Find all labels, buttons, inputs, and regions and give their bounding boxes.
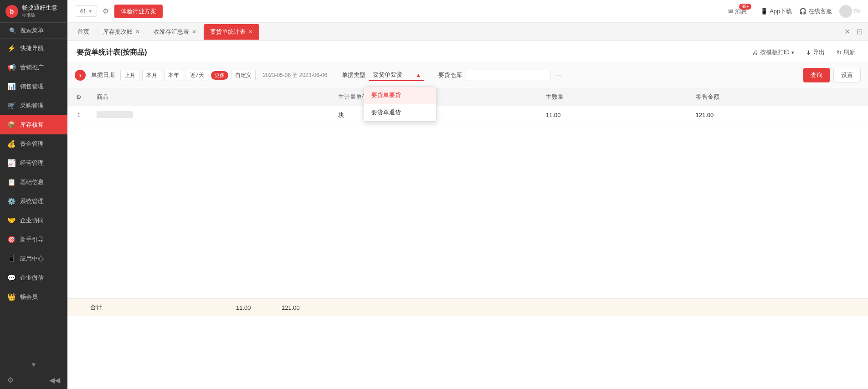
system-icon: ⚙️ xyxy=(7,197,15,205)
app-name: 畅捷通好生意 xyxy=(22,4,57,12)
nav-label: 系统管理 xyxy=(20,197,44,205)
nav-label: 快捷导航 xyxy=(20,44,44,52)
settings-button[interactable]: 设置 xyxy=(833,68,861,82)
sidebar-item-sales[interactable]: 📊 销售管理 xyxy=(0,77,67,96)
sidebar-item-basic[interactable]: 📋 基础信息 xyxy=(0,173,67,192)
sidebar-item-weixin[interactable]: 💬 企业微信 xyxy=(0,268,67,287)
table-row: 1 块 11.00 121.00 xyxy=(67,106,868,124)
product-blur xyxy=(97,111,133,118)
page-header: 要货单统计表(按商品) 🖨 按模板打印 ▾ ⬇ 导出 ↻ 刷新 xyxy=(67,41,868,62)
sidebar-item-operations[interactable]: 📈 经营管理 xyxy=(0,154,67,173)
last-7days-button[interactable]: 近7天 xyxy=(186,70,208,81)
sidebar-item-quick-nav[interactable]: ⚡ 快捷导航 xyxy=(0,39,67,58)
filter-area: › 单据日期 上月 本月 本年 近7天 更多 自定义 2023-05-06 至 … xyxy=(67,62,868,88)
type-filter-label: 单据类型 xyxy=(342,71,365,79)
tab-home-label: 首页 xyxy=(77,28,89,36)
refresh-button[interactable]: ↻ 刷新 xyxy=(833,46,859,58)
header-settings-icon[interactable]: ⚙ xyxy=(103,7,109,15)
sidebar-item-enterprise[interactable]: 🤝 企业协同 xyxy=(0,211,67,230)
query-button[interactable]: 查询 xyxy=(803,68,830,82)
app-logo: b 畅捷通好生意 标准版 xyxy=(0,0,67,23)
custom-date-button[interactable]: 自定义 xyxy=(231,70,256,81)
cell-product xyxy=(90,106,332,124)
tab-order-summary[interactable]: 要货单统计表 ✕ xyxy=(204,24,259,40)
export-label: 导出 xyxy=(813,48,825,56)
messages-button[interactable]: ✉ 消息 99+ xyxy=(728,7,747,15)
user-avatar[interactable]: Rit xyxy=(839,5,861,18)
type-selected-value: 要货单要货 xyxy=(373,71,402,78)
search-label: 搜索菜单 xyxy=(20,26,44,35)
warehouse-filter-label: 要货仓库 xyxy=(438,71,462,79)
app-center-icon: 📱 xyxy=(7,255,15,263)
footer-total-qty: 11.00 xyxy=(236,304,282,311)
operations-icon: 📈 xyxy=(7,159,15,167)
tab-restore-button[interactable]: ⊡ xyxy=(855,26,864,38)
tab-collect-summary-close[interactable]: ✕ xyxy=(192,29,196,35)
th-retail: 零售金额 xyxy=(689,88,868,106)
tab-inventory-batch-close[interactable]: ✕ xyxy=(135,29,140,35)
quick-nav-icon: ⚡ xyxy=(7,44,15,52)
tab-inventory-batch-label: 库存批次账 xyxy=(103,28,133,36)
chevron-down-icon: ▾ xyxy=(89,8,92,15)
sidebar-nav: ⚡ 快捷导航 📢 营销推广 📊 销售管理 🛒 采购管理 📦 库存核算 💰 资金管… xyxy=(0,39,67,358)
sidebar-item-vip[interactable]: 👑 畅会员 xyxy=(0,287,67,307)
export-button[interactable]: ⬇ 导出 xyxy=(802,46,828,58)
sidebar-scroll-down[interactable]: ▼ xyxy=(0,358,67,371)
sidebar-item-marketing[interactable]: 📢 营销推广 xyxy=(0,58,67,77)
filter-expand-button[interactable]: › xyxy=(75,70,86,81)
collapse-icon[interactable]: ◀◀ xyxy=(49,376,60,384)
tab-order-summary-close[interactable]: ✕ xyxy=(248,29,253,35)
data-table: ⚙ 商品 主计量单位 主数量 零售金额 xyxy=(67,88,868,124)
tab-home[interactable]: 首页 xyxy=(71,24,96,40)
tab-count-value: 41 xyxy=(80,8,86,15)
sidebar-item-system[interactable]: ⚙️ 系统管理 xyxy=(0,192,67,211)
th-settings[interactable]: ⚙ xyxy=(67,88,90,106)
print-button[interactable]: 🖨 按模板打印 ▾ xyxy=(749,46,798,58)
sales-icon: 📊 xyxy=(7,82,15,91)
trial-button[interactable]: 体验行业方案 xyxy=(114,5,163,18)
more-dates-tag[interactable]: 更多 xyxy=(211,71,228,80)
tab-collect-summary[interactable]: 收发存汇总表 ✕ xyxy=(147,24,203,40)
nav-label: 营销推广 xyxy=(20,63,44,72)
online-service-button[interactable]: 🎧 在线客服 xyxy=(799,7,832,15)
tab-count-display[interactable]: 41 ▾ xyxy=(75,5,97,17)
date-range-display: 2023-05-06 至 2023-06-06 xyxy=(263,72,327,79)
nav-label: 采购管理 xyxy=(20,102,44,110)
th-qty: 主数量 xyxy=(539,88,689,106)
tab-inventory-batch[interactable]: 库存批次账 ✕ xyxy=(97,24,146,40)
refresh-icon: ↻ xyxy=(837,49,842,56)
warehouse-more-icon[interactable]: ··· xyxy=(556,71,562,79)
sidebar-search[interactable]: 🔍 搜索菜单 xyxy=(0,23,67,39)
sidebar-item-purchase[interactable]: 🛒 采购管理 xyxy=(0,96,67,115)
last-month-button[interactable]: 上月 xyxy=(120,70,139,81)
column-settings-icon: ⚙ xyxy=(76,94,82,101)
tab-close-all-button[interactable]: ✕ xyxy=(842,26,852,38)
sidebar-item-app-center[interactable]: 📱 应用中心 xyxy=(0,249,67,268)
sidebar-item-guide[interactable]: 🎯 新手引导 xyxy=(0,230,67,249)
type-select-wrapper: 要货单要货 ▲ xyxy=(369,69,424,81)
message-icon: ✉ xyxy=(728,8,733,15)
dropdown-option-return[interactable]: 要货单退货 xyxy=(364,104,436,121)
enterprise-icon: 🤝 xyxy=(7,216,15,225)
print-chevron-icon: ▾ xyxy=(791,50,794,56)
page-actions: 🖨 按模板打印 ▾ ⬇ 导出 ↻ 刷新 xyxy=(749,46,859,58)
dropdown-option-order[interactable]: 要货单要货 xyxy=(364,87,436,104)
type-select-display[interactable]: 要货单要货 xyxy=(369,69,424,81)
app-download-button[interactable]: 📱 App下载 xyxy=(760,7,792,15)
vip-icon: 👑 xyxy=(7,293,15,301)
type-dropdown: 要货单要货 要货单退货 xyxy=(364,86,437,122)
date-filter-label: 单据日期 xyxy=(91,71,115,79)
settings-icon[interactable]: ⚙ xyxy=(7,376,14,384)
nav-label: 企业协同 xyxy=(20,216,44,225)
headset-icon: 🎧 xyxy=(799,8,806,15)
nav-label: 基础信息 xyxy=(20,178,44,186)
finance-icon: 💰 xyxy=(7,140,15,148)
sidebar-item-finance[interactable]: 💰 资金管理 xyxy=(0,134,67,154)
this-month-button[interactable]: 本月 xyxy=(142,70,161,81)
this-year-button[interactable]: 本年 xyxy=(164,70,183,81)
weixin-icon: 💬 xyxy=(7,274,15,282)
warehouse-input[interactable] xyxy=(466,70,550,81)
sidebar-item-inventory[interactable]: 📦 库存核算 xyxy=(0,115,67,134)
app-sub: 标准版 xyxy=(22,12,57,18)
inventory-icon: 📦 xyxy=(7,121,15,129)
